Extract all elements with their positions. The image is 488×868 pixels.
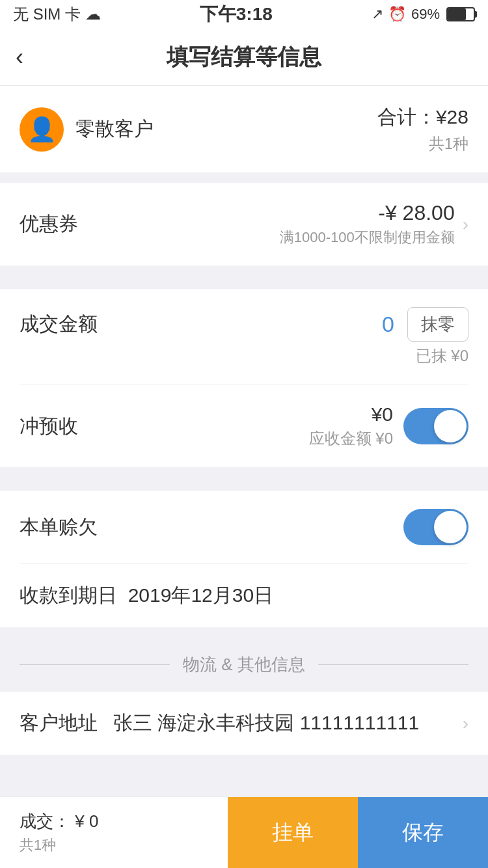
debt-label: 本单赊欠 [20, 514, 98, 541]
prepayment-sub: 应收金额 ¥0 [309, 428, 393, 449]
due-date-value[interactable]: 2019年12月30日 [128, 584, 273, 606]
bottom-info: 成交： ¥ 0 共1种 [0, 797, 228, 868]
coupon-right: -¥ 28.00 满1000-100不限制使用金额 › [280, 201, 468, 247]
logistics-line-right [318, 664, 468, 665]
customer-row: 👤 零散客户 合计：¥28 共1种 [0, 86, 488, 172]
total-amount: 合计：¥28 [377, 104, 468, 131]
logistics-separator: 物流 & 其他信息 [0, 638, 488, 692]
transaction-card: 成交金额 0 抹零 已抹 ¥0 冲预收 ¥0 应收金额 ¥0 [0, 289, 488, 467]
address-label: 客户地址 [20, 710, 98, 737]
prepayment-amount: ¥0 [309, 403, 393, 426]
address-row[interactable]: 客户地址 张三 海淀永丰科技园 11111111111 › [0, 692, 488, 755]
coupon-label: 优惠券 [20, 211, 78, 237]
round-button[interactable]: 抹零 [407, 307, 468, 342]
transaction-sub: 已抹 ¥0 [20, 346, 468, 366]
address-card: 客户地址 张三 海淀永丰科技园 11111111111 › [0, 692, 488, 755]
bottom-bar: 成交： ¥ 0 共1种 挂单 保存 [0, 796, 488, 868]
due-date-label: 收款到期日 2019年12月30日 [20, 584, 273, 606]
transaction-top: 成交金额 0 抹零 [20, 307, 468, 342]
alarm-icon: ⏰ [388, 6, 406, 23]
content: 👤 零散客户 合计：¥28 共1种 优惠券 -¥ 28.00 满1000-100… [0, 86, 488, 843]
status-bar: 无 SIM 卡 ☁ 下午3:18 ↗ ⏰ 69% [0, 0, 488, 29]
coupon-value: -¥ 28.00 满1000-100不限制使用金额 [280, 201, 455, 247]
prepayment-toggle[interactable] [403, 408, 468, 444]
debt-section: 本单赊欠 [0, 491, 488, 563]
transaction-value[interactable]: 0 [382, 312, 394, 337]
hang-button[interactable]: 挂单 [228, 797, 358, 868]
bottom-count: 共1种 [20, 835, 208, 855]
customer-card: 👤 零散客户 合计：¥28 共1种 [0, 86, 488, 172]
customer-name: 零散客户 [75, 116, 154, 142]
bottom-deal-label: 成交： [20, 811, 70, 831]
prepayment-top: 冲预收 ¥0 应收金额 ¥0 [20, 403, 468, 449]
customer-summary: 合计：¥28 共1种 [377, 104, 468, 154]
location-icon: ↗ [372, 6, 383, 23]
debt-card: 本单赊欠 收款到期日 2019年12月30日 [0, 491, 488, 627]
debt-toggle-knob [434, 511, 467, 543]
bottom-deal: 成交： ¥ 0 [20, 810, 208, 833]
coupon-card: 优惠券 -¥ 28.00 满1000-100不限制使用金额 › [0, 183, 488, 265]
address-chevron-icon: › [463, 713, 468, 734]
prepayment-label: 冲预收 [20, 413, 78, 440]
prepayment-value-wrap: ¥0 应收金额 ¥0 [309, 403, 393, 449]
logistics-label: 物流 & 其他信息 [170, 653, 318, 676]
sim-text: 无 SIM 卡 ☁ [13, 4, 101, 25]
status-time: 下午3:18 [200, 2, 273, 27]
address-value: 张三 海淀永丰科技园 11111111111 [113, 710, 463, 737]
discount-desc: 满1000-100不限制使用金额 [280, 228, 455, 247]
bottom-deal-value: ¥ 0 [75, 811, 98, 831]
due-date-section: 收款到期日 2019年12月30日 [0, 564, 488, 627]
coupon-row[interactable]: 优惠券 -¥ 28.00 满1000-100不限制使用金额 › [0, 183, 488, 265]
logistics-line-left [20, 664, 170, 665]
status-left: 无 SIM 卡 ☁ [13, 4, 101, 25]
section-separator-1 [0, 276, 488, 289]
nav-bar: ‹ 填写结算等信息 [0, 29, 488, 86]
discount-amount: -¥ 28.00 [280, 201, 455, 225]
save-button[interactable]: 保存 [358, 797, 488, 868]
status-right: ↗ ⏰ 69% [372, 6, 475, 23]
prepayment-section: 冲预收 ¥0 应收金额 ¥0 [0, 385, 488, 467]
transaction-section: 成交金额 0 抹零 已抹 ¥0 [0, 289, 488, 385]
transaction-label: 成交金额 [20, 311, 98, 338]
transaction-right: 0 抹零 [382, 307, 468, 342]
chevron-right-icon: › [463, 214, 468, 235]
battery-icon [446, 7, 475, 21]
back-button[interactable]: ‹ [16, 44, 23, 71]
section-separator-2 [0, 478, 488, 491]
customer-left: 👤 零散客户 [20, 107, 154, 152]
person-icon: 👤 [27, 116, 57, 143]
toggle-knob [434, 410, 467, 442]
battery-percent: 69% [411, 6, 440, 23]
prepayment-right: ¥0 应收金额 ¥0 [309, 403, 468, 449]
total-count: 共1种 [377, 133, 468, 154]
page-title: 填写结算等信息 [167, 42, 321, 72]
debt-toggle[interactable] [403, 509, 468, 545]
customer-avatar: 👤 [20, 107, 64, 152]
